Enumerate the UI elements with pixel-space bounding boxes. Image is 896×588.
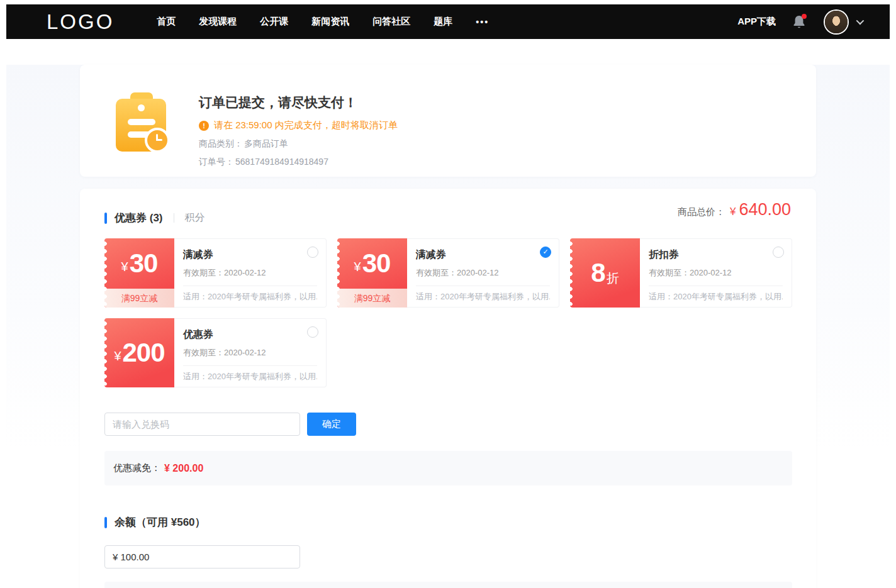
order-category-label: 商品类别： <box>199 138 243 148</box>
coupon-list: ¥30 满99立减 满减券 有效期至：2020-02-12 适用：2020年考研… <box>104 238 792 387</box>
order-title: 订单已提交，请尽快支付！ <box>199 94 398 111</box>
coupon-scope: 适用：2020年考研专属福利券，以用... <box>649 286 783 307</box>
coupon-condition-tag: 满99立减 <box>104 289 174 308</box>
top-nav: LOGO 首页 发现课程 公开课 新闻资讯 问答社区 题库 ••• APP下载 <box>6 4 890 39</box>
coupon-validity: 有效期至：2020-02-12 <box>416 267 549 279</box>
app-download-link[interactable]: APP下载 <box>737 16 776 28</box>
coupon-validity: 有效期至：2020-02-12 <box>649 267 781 279</box>
coupon-radio[interactable] <box>307 326 318 338</box>
section-accent-bar <box>104 517 107 528</box>
coupon-amount: 200 <box>123 338 165 368</box>
coupon-card-3[interactable]: 8折 折扣券 有效期至：2020-02-12 适用：2020年考研专属福利券，以… <box>570 238 792 308</box>
order-number-row: 订单号：5681749184914918497 <box>199 157 398 168</box>
order-total-label: 商品总价： <box>678 206 725 218</box>
warning-icon: ! <box>199 121 209 131</box>
coupon-scope: 适用：2020年考研专属福利券，以用... <box>416 286 550 307</box>
coupon-body: 折扣券 有效期至：2020-02-12 适用：2020年考研专属福利券，以用..… <box>640 238 792 308</box>
coupon-value-stub: 8折 <box>570 238 640 308</box>
tab-points[interactable]: 积分 <box>185 211 205 225</box>
order-number-label: 订单号： <box>199 157 234 167</box>
coupon-body: 满减券 有效期至：2020-02-12 适用：2020年考研专属福利券，以用..… <box>174 238 327 308</box>
discount-summary-bar: 优惠减免： ¥ 200.00 <box>104 451 792 485</box>
page: LOGO 首页 发现课程 公开课 新闻资讯 问答社区 题库 ••• APP下载 <box>6 4 890 588</box>
nav-item-qa-community[interactable]: 问答社区 <box>372 16 410 28</box>
coupon-value-stub: ¥30 满99立减 <box>104 238 174 308</box>
coupon-title: 满减券 <box>416 248 549 262</box>
nav-item-question-bank[interactable]: 题库 <box>434 16 452 28</box>
user-avatar[interactable] <box>825 11 848 33</box>
coupon-condition-tag: 满99立减 <box>337 289 407 308</box>
section-accent-bar <box>104 213 107 224</box>
balance-section-header: 余额（可用 ¥560） <box>104 515 792 530</box>
order-total-currency: ¥ <box>730 206 736 218</box>
coupon-scope: 适用：2020年考研专属福利券，以用... <box>183 365 317 387</box>
redeem-code-row: 确定 <box>104 413 792 436</box>
balance-title: 余额（可用 ¥560） <box>115 515 206 530</box>
order-category-value: 多商品订单 <box>244 138 288 148</box>
balance-amount-input[interactable] <box>104 545 300 569</box>
order-clipboard-clock-icon <box>115 92 170 152</box>
coupon-radio[interactable] <box>773 247 784 258</box>
coupon-title: 满减券 <box>183 248 316 262</box>
coupon-amount: 8 <box>591 258 605 288</box>
nav-menu: 首页 发现课程 公开课 新闻资讯 问答社区 题库 ••• <box>157 16 489 28</box>
tab-coupons[interactable]: 优惠券 (3) <box>115 211 163 225</box>
nav-item-discover-courses[interactable]: 发现课程 <box>199 16 237 28</box>
notification-bell-icon[interactable] <box>792 14 806 30</box>
coupon-body: 满减券 有效期至：2020-02-12 适用：2020年考研专属福利券，以用..… <box>407 238 559 308</box>
payment-summary-bar <box>104 582 792 588</box>
confirm-button[interactable]: 确定 <box>307 413 356 436</box>
order-total-value: 640.00 <box>739 200 791 219</box>
coupon-radio-selected[interactable] <box>540 247 551 258</box>
payment-deadline-notice: ! 请在 23:59:00 内完成支付，超时将取消订单 <box>199 119 398 131</box>
coupon-scope: 适用：2020年考研专属福利券，以用... <box>183 286 317 307</box>
coupon-amount: 30 <box>362 248 391 279</box>
coupon-value-stub: ¥30 满99立减 <box>337 238 407 308</box>
logo[interactable]: LOGO <box>47 10 114 34</box>
order-status-card: 订单已提交，请尽快支付！ ! 请在 23:59:00 内完成支付，超时将取消订单… <box>80 65 816 177</box>
coupon-body: 优惠券 有效期至：2020-02-12 适用：2020年考研专属福利券，以用..… <box>174 318 327 387</box>
chevron-down-icon[interactable] <box>856 17 865 25</box>
coupon-card-2[interactable]: ¥30 满99立减 满减券 有效期至：2020-02-12 适用：2020年考研… <box>337 238 559 308</box>
order-category-row: 商品类别：多商品订单 <box>199 138 398 150</box>
discount-value: ¥ 200.00 <box>164 463 203 474</box>
order-number-value: 5681749184914918497 <box>235 157 328 167</box>
page-content: 订单已提交，请尽快支付！ ! 请在 23:59:00 内完成支付，超时将取消订单… <box>6 65 890 588</box>
nav-item-news[interactable]: 新闻资讯 <box>311 16 349 28</box>
coupon-card-1[interactable]: ¥30 满99立减 满减券 有效期至：2020-02-12 适用：2020年考研… <box>104 238 327 308</box>
notification-badge <box>802 14 807 19</box>
coupon-radio[interactable] <box>307 247 318 258</box>
redeem-code-input[interactable] <box>104 413 300 436</box>
nav-item-open-courses[interactable]: 公开课 <box>260 16 288 28</box>
tab-divider <box>174 213 174 223</box>
coupon-validity: 有效期至：2020-02-12 <box>183 267 316 279</box>
coupon-validity: 有效期至：2020-02-12 <box>183 347 316 358</box>
order-info: 订单已提交，请尽快支付！ ! 请在 23:59:00 内完成支付，超时将取消订单… <box>199 94 398 177</box>
coupon-title: 折扣券 <box>649 248 781 262</box>
payment-options-card: 优惠券 (3) 积分 ¥30 满99立减 满减券 有效期至：2020-02-12… <box>80 189 816 588</box>
coupon-amount: 30 <box>130 248 158 279</box>
nav-right: APP下载 <box>737 11 862 33</box>
coupon-card-4[interactable]: ¥200 优惠券 有效期至：2020-02-12 适用：2020年考研专属福利券… <box>104 318 327 387</box>
nav-item-home[interactable]: 首页 <box>157 16 176 28</box>
coupon-title: 优惠券 <box>183 328 316 341</box>
discount-label: 优惠减免： <box>113 462 160 474</box>
coupon-value-stub: ¥200 <box>104 318 174 387</box>
nav-item-more[interactable]: ••• <box>476 17 489 27</box>
order-total: 商品总价： ¥ 640.00 <box>678 200 791 219</box>
